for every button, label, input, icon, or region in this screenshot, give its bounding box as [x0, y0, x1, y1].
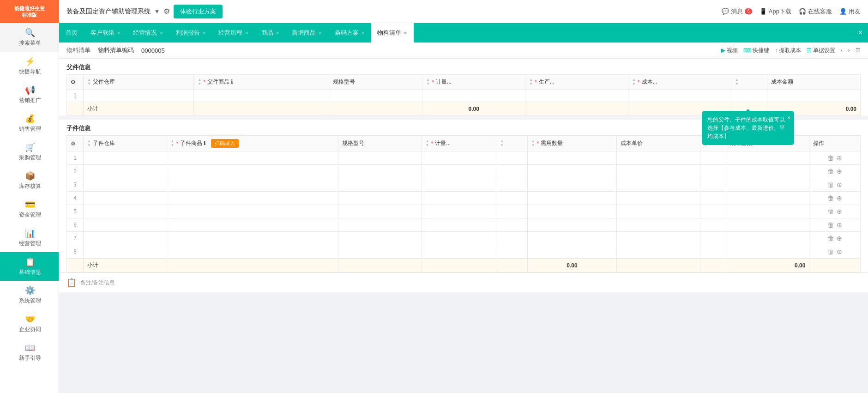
child-row-1-delete-icon[interactable]: 🗑	[827, 154, 834, 162]
child-row-5-warehouse[interactable]	[84, 205, 167, 218]
child-row-6-copy-icon[interactable]: ⊕	[837, 221, 842, 229]
tooltip-close-btn[interactable]: ×	[787, 114, 790, 122]
sidebar-item-quick-nav[interactable]: ⚡ 快捷导航	[0, 52, 59, 80]
tab-customers-close[interactable]: ×	[117, 30, 120, 36]
sidebar-item-basic-info[interactable]: 📋 基础信息	[0, 252, 59, 281]
child-row-1-spec[interactable]	[338, 151, 422, 165]
child-row-1-qty[interactable]	[527, 151, 616, 165]
shortcut-btn[interactable]: ⌨ 快捷键	[743, 47, 769, 54]
tab-operations[interactable]: 经营情况 ×	[127, 23, 169, 42]
settings-icon[interactable]: ⚙	[163, 7, 170, 16]
child-row-7-qty[interactable]	[527, 232, 616, 245]
single-settings-btn[interactable]: ☰ 单据设置	[807, 47, 835, 54]
app-download-item[interactable]: 📱 App下载	[760, 7, 791, 16]
child-row-7-copy-icon[interactable]: ⊕	[837, 235, 842, 242]
child-row-8-warehouse[interactable]	[84, 245, 167, 259]
tab-profit[interactable]: 利润报告 ×	[169, 23, 212, 42]
child-row-1-unit-cost[interactable]	[617, 151, 700, 165]
child-row-5-unit-cost[interactable]	[617, 205, 700, 218]
child-row-3-copy-icon[interactable]: ⊕	[837, 181, 842, 188]
child-row-8-unit[interactable]	[422, 245, 496, 259]
child-row-7-goods[interactable]	[167, 232, 338, 245]
child-row-6-spec[interactable]	[338, 218, 422, 232]
parent-th-gear[interactable]: ⚙	[67, 75, 84, 90]
child-row-5-copy-icon[interactable]: ⊕	[837, 208, 842, 215]
child-row-2-goods[interactable]	[167, 165, 338, 178]
child-row-2-spec[interactable]	[338, 165, 422, 178]
child-row-3-unit[interactable]	[422, 178, 496, 192]
nav-prev-btn[interactable]: ‹	[841, 47, 843, 54]
child-row-5-unit[interactable]	[422, 205, 496, 218]
sidebar-item-guide[interactable]: 📖 新手引导	[0, 338, 59, 367]
sidebar-item-search[interactable]: 🔍 搜索菜单	[0, 23, 59, 52]
child-row-6-unit[interactable]	[422, 218, 496, 232]
sidebar-item-finance[interactable]: 💳 资金管理	[0, 195, 59, 224]
child-row-3-unit-cost[interactable]	[617, 178, 700, 192]
child-row-4-unit-cost[interactable]	[617, 192, 700, 205]
child-row-2-qty[interactable]	[527, 165, 616, 178]
tab-operations-close[interactable]: ×	[160, 30, 163, 36]
tab-barcode[interactable]: 条码方案 ×	[328, 23, 371, 42]
parent-row-1-cost[interactable]	[628, 90, 731, 102]
child-row-6-warehouse[interactable]	[84, 218, 167, 232]
child-row-2-warehouse[interactable]	[84, 165, 167, 178]
child-row-6-qty[interactable]	[527, 218, 616, 232]
child-row-6-goods[interactable]	[167, 218, 338, 232]
message-item[interactable]: 💬 消息 6	[722, 7, 752, 16]
child-th-gear[interactable]: ⚙	[67, 136, 84, 151]
child-row-4-copy-icon[interactable]: ⊕	[837, 194, 842, 202]
sidebar-item-purchase[interactable]: 🛒 采购管理	[0, 138, 59, 166]
child-row-2-unit[interactable]	[422, 165, 496, 178]
tab-bom[interactable]: 物料清单 ×	[371, 23, 413, 42]
tab-home[interactable]: 首页	[59, 23, 84, 42]
tab-barcode-close[interactable]: ×	[362, 30, 364, 36]
sidebar-item-sales[interactable]: 💰 销售管理	[0, 109, 59, 138]
child-row-4-qty[interactable]	[527, 192, 616, 205]
child-row-7-spec[interactable]	[338, 232, 422, 245]
tab-new-goods-close[interactable]: ×	[319, 30, 321, 36]
child-row-1-warehouse[interactable]	[84, 151, 167, 165]
child-row-2-copy-icon[interactable]: ⊕	[837, 168, 842, 175]
sidebar-item-enterprise[interactable]: 🤝 企业协同	[0, 309, 59, 338]
child-row-2-delete-icon[interactable]: 🗑	[827, 168, 834, 175]
child-row-5-delete-icon[interactable]: 🗑	[827, 208, 834, 215]
child-row-3-goods[interactable]	[167, 178, 338, 192]
child-row-4-goods[interactable]	[167, 192, 338, 205]
trial-button[interactable]: 体验行业方案	[174, 5, 223, 18]
child-row-5-spec[interactable]	[338, 205, 422, 218]
child-row-7-delete-icon[interactable]: 🗑	[827, 235, 834, 242]
parent-row-1-produce[interactable]	[525, 90, 628, 102]
child-row-5-qty[interactable]	[527, 205, 616, 218]
child-row-8-spec[interactable]	[338, 245, 422, 259]
tab-history-close[interactable]: ×	[245, 30, 248, 36]
child-row-8-goods[interactable]	[167, 245, 338, 259]
child-row-1-copy-icon[interactable]: ⊕	[837, 154, 842, 162]
child-row-4-warehouse[interactable]	[84, 192, 167, 205]
parent-row-1-goods[interactable]	[194, 90, 329, 102]
child-row-3-warehouse[interactable]	[84, 178, 167, 192]
sidebar-item-operations[interactable]: 📊 经营管理	[0, 224, 59, 252]
child-row-8-qty[interactable]	[527, 245, 616, 259]
child-row-2-unit-cost[interactable]	[617, 165, 700, 178]
child-row-3-delete-icon[interactable]: 🗑	[827, 181, 834, 188]
parent-row-1-spec[interactable]	[329, 90, 422, 102]
breadcrumb-item-1[interactable]: 物料清单	[66, 46, 90, 54]
child-row-6-unit-cost[interactable]	[617, 218, 700, 232]
scan-input-btn[interactable]: 扫码录入	[211, 139, 239, 148]
child-row-4-spec[interactable]	[338, 192, 422, 205]
system-dropdown[interactable]: ▼	[154, 8, 160, 15]
extract-cost-btn[interactable]: ↑ 提取成本	[775, 47, 801, 54]
nav-next-btn[interactable]: ›	[848, 47, 850, 54]
child-row-4-delete-icon[interactable]: 🗑	[827, 194, 834, 202]
child-row-3-spec[interactable]	[338, 178, 422, 192]
child-row-3-qty[interactable]	[527, 178, 616, 192]
sidebar-item-inventory[interactable]: 📦 库存核算	[0, 166, 59, 195]
tab-customers[interactable]: 客户联络 ×	[84, 23, 127, 42]
child-row-7-unit[interactable]	[422, 232, 496, 245]
child-row-6-delete-icon[interactable]: 🗑	[827, 221, 834, 229]
child-row-5-goods[interactable]	[167, 205, 338, 218]
tab-goods[interactable]: 商品 ×	[255, 23, 285, 42]
child-row-8-copy-icon[interactable]: ⊕	[837, 248, 842, 255]
child-row-1-goods[interactable]	[167, 151, 338, 165]
tab-history[interactable]: 经营历程 ×	[212, 23, 254, 42]
